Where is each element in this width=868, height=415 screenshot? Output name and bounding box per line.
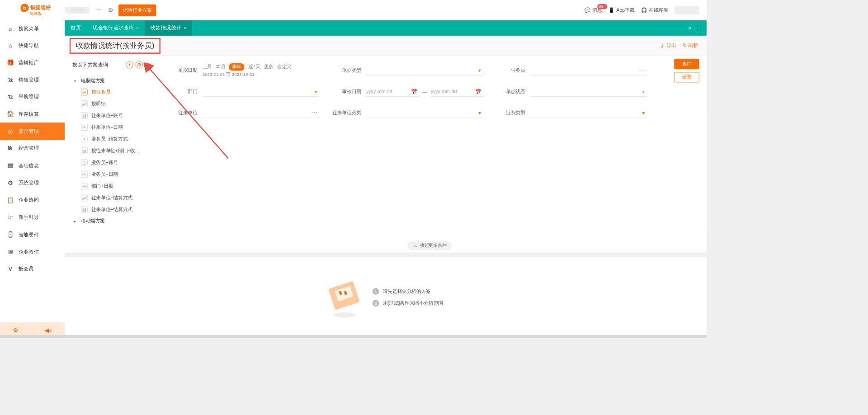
- close-tab-icon[interactable]: ×: [136, 25, 139, 30]
- cta-industry-button[interactable]: 体验行业方案: [118, 4, 156, 16]
- select-bill-type[interactable]: ▼: [366, 65, 483, 75]
- nav-item-wechat[interactable]: ✉企业微信: [0, 243, 65, 260]
- nav-item-clip[interactable]: 📋企业协同: [0, 191, 65, 208]
- export-icon: ⭳: [660, 42, 665, 48]
- label-department: 部门: [162, 88, 203, 95]
- calendar-icon: 📅: [475, 89, 481, 94]
- clock-icon: ◷: [81, 171, 88, 178]
- cart-icon: 🛍: [7, 76, 14, 83]
- input-audit-date-to[interactable]: yyyy-mm-dd📅: [431, 86, 483, 97]
- export-button[interactable]: ⭳导出: [660, 42, 676, 49]
- fullscreen-icon[interactable]: ⛶: [697, 25, 702, 31]
- scheme-item[interactable]: 📈按明细: [66, 98, 153, 110]
- date-quick-option[interactable]: 本年: [229, 63, 244, 71]
- doc-icon: ▤: [81, 147, 88, 154]
- nav-item-vip[interactable]: V畅会员: [0, 260, 65, 277]
- scheme-item[interactable]: 📈往来单位+结算方式: [66, 192, 153, 204]
- message-icon: 💬: [585, 7, 590, 13]
- org-selector[interactable]: ———: [65, 7, 90, 14]
- bar-icon: ⫾: [81, 136, 88, 142]
- date-quick-picks: 上月本月本年近7天更多自定义: [203, 63, 292, 71]
- nav-item-cart[interactable]: 🛍销售管理: [0, 71, 65, 88]
- nav-item-gift[interactable]: 🎁营销推广: [0, 54, 65, 71]
- query-button[interactable]: 查询: [674, 59, 699, 69]
- scheme-item[interactable]: ◷部门+日期: [66, 180, 153, 192]
- top-settings-icon[interactable]: ⚙: [108, 7, 113, 14]
- tab-close-all-icon[interactable]: ✕: [688, 25, 692, 31]
- caret-icon: ▾: [74, 79, 78, 83]
- select-department[interactable]: ▼: [203, 86, 319, 97]
- label-bill-status: 单据状态: [490, 88, 530, 95]
- vip-icon: V: [7, 266, 14, 273]
- bag-icon: 🛍: [7, 94, 14, 100]
- search-icon: ⌕: [7, 25, 14, 32]
- hand-icon: ☞: [7, 214, 14, 221]
- nav-item-grid[interactable]: ▦基础信息: [0, 157, 65, 174]
- user-menu[interactable]: [675, 6, 699, 14]
- nav-item-watch[interactable]: ⌚智能硬件: [0, 226, 65, 243]
- input-audit-date-from[interactable]: yyyy-mm-dd📅: [366, 86, 419, 97]
- tab[interactable]: 收款情况统计×: [145, 20, 192, 36]
- scheme-item[interactable]: ◷往来单位+日期: [66, 122, 153, 133]
- select-partner[interactable]: ···: [203, 108, 319, 118]
- date-quick-option[interactable]: 更多: [264, 63, 274, 70]
- tab[interactable]: 现金银行流水查询×: [87, 20, 145, 36]
- select-salesman[interactable]: ···: [530, 65, 647, 75]
- select-business-type[interactable]: ▼: [530, 108, 647, 118]
- scheme-item[interactable]: ▤往来单位+结算方式: [66, 204, 153, 216]
- select-bill-status[interactable]: ▼: [530, 86, 647, 97]
- org-dropdown-icon[interactable]: ﹀: [97, 7, 102, 14]
- select-partner-category[interactable]: ▼: [366, 108, 483, 118]
- doc-icon: ▤: [81, 207, 88, 213]
- scheme-settings-icon[interactable]: ⚙: [135, 61, 142, 68]
- nav-item-gear[interactable]: ⚙系统管理: [0, 174, 65, 191]
- nav-item-bag[interactable]: 🛍采购管理: [0, 88, 65, 105]
- date-quick-option[interactable]: 上月: [203, 63, 212, 70]
- label-business-type: 业务类型: [490, 110, 530, 117]
- brand-logo[interactable]: b 畅捷通好 标准版: [0, 4, 65, 16]
- scheme-item[interactable]: ▤往来单位+账号: [66, 110, 153, 122]
- chevron-down-icon: ▼: [642, 111, 646, 115]
- scheme-item[interactable]: ⫾业务员+结算方式: [66, 133, 153, 145]
- close-tab-icon[interactable]: ×: [184, 25, 186, 30]
- scheme-group[interactable]: ▾电脑端方案: [66, 75, 153, 86]
- app-download-link[interactable]: 📱App下载: [609, 7, 634, 14]
- robot-illustration: [328, 277, 361, 318]
- collapse-scheme-panel-icon[interactable]: <<: [147, 62, 149, 68]
- refresh-button[interactable]: ↻刷新: [683, 42, 698, 49]
- support-link[interactable]: 🎧在线客服: [641, 7, 668, 14]
- nav-item-doc[interactable]: 🗎经营管理: [0, 140, 65, 156]
- add-scheme-icon[interactable]: +: [126, 61, 133, 68]
- collapse-filters-button[interactable]: ︽ 收起更多条件: [407, 241, 452, 250]
- footer-settings-icon[interactable]: ⚙: [13, 326, 18, 333]
- nav-item-hand[interactable]: ☞新手引导: [0, 209, 65, 226]
- brand-name: 畅捷通好: [30, 5, 51, 11]
- scheme-group[interactable]: ▸移动端方案: [66, 216, 153, 226]
- logo-mark-icon: b: [21, 4, 29, 12]
- doc-icon: 🗎: [7, 145, 14, 152]
- date-quick-option[interactable]: 近7天: [248, 63, 260, 70]
- coin-icon: ◎: [7, 127, 14, 134]
- page-header: 收款情况统计(按业务员) ⭳导出 ↻刷新: [65, 36, 707, 56]
- filter-form: 查询 设置 单据日期 上月本月本年近7天更多自定义 2023-01-01 至 2…: [153, 56, 707, 253]
- nav-item-search[interactable]: ⌕搜索菜单: [0, 20, 65, 37]
- watch-icon: ⌚: [7, 231, 14, 238]
- scheme-item[interactable]: ▤按往来单位+部门+收...: [66, 145, 153, 157]
- messages-link[interactable]: 💬 消息 99+: [585, 7, 602, 14]
- scheme-item[interactable]: ◷业务员+账号: [66, 157, 153, 169]
- scheme-item[interactable]: ◷按业务员: [66, 86, 153, 98]
- nav-item-home[interactable]: ⌂快捷导航: [0, 37, 65, 54]
- main-area: 收款情况统计(按业务员) ⭳导出 ↻刷新 按以下方案查询 + ⚙ << ▾电脑端…: [65, 36, 707, 338]
- clock-icon: ◷: [81, 124, 88, 131]
- tab[interactable]: 首页: [65, 20, 87, 36]
- footer-collapse-icon[interactable]: ◀»: [44, 326, 52, 333]
- scheme-item[interactable]: ◷业务员+日期: [66, 169, 153, 180]
- date-quick-option[interactable]: 本月: [216, 63, 225, 70]
- label-salesman: 业务员: [490, 67, 530, 74]
- nav-item-coin[interactable]: ◎资金管理: [0, 123, 65, 140]
- empty-state: 1请先选择要分析的方案 2用[过滤]条件来缩小分析范围: [65, 257, 707, 338]
- filter-settings-button[interactable]: 设置: [674, 72, 699, 83]
- nav-item-house[interactable]: 🏠库存核算: [0, 105, 65, 123]
- date-quick-option[interactable]: 自定义: [277, 63, 292, 70]
- grid-icon: ▦: [7, 162, 14, 169]
